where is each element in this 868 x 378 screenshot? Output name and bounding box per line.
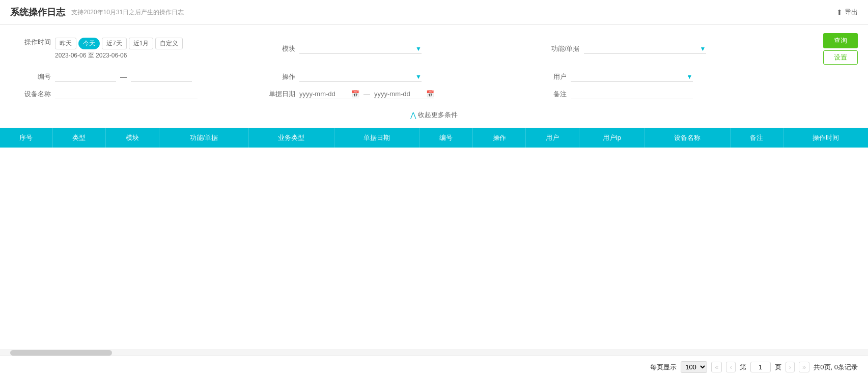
action-buttons: 查询 设置: [823, 33, 858, 65]
export-button[interactable]: ⬆ 导出: [836, 8, 858, 17]
date-from-wrapper: 📅: [299, 89, 359, 99]
user-input[interactable]: [571, 73, 685, 80]
page-subtitle: 支持2020年10月31日之后产生的操作日志: [71, 8, 184, 17]
operation-input[interactable]: [299, 73, 413, 80]
col-function: 功能/单据: [159, 128, 248, 148]
operation-chevron-icon: ▼: [415, 73, 422, 80]
collapse-chevron-icon: ⋀: [410, 111, 416, 119]
page-title: 系统操作日志: [10, 6, 65, 18]
query-button[interactable]: 查询: [823, 33, 858, 48]
time-btn-7days[interactable]: 近7天: [102, 38, 127, 49]
function-select[interactable]: ▼: [584, 44, 706, 54]
scrollbar-thumb[interactable]: [10, 350, 112, 356]
calendar-from-icon[interactable]: 📅: [351, 90, 359, 98]
col-device: 设备名称: [645, 128, 730, 148]
total-info: 共0页, 0条记录: [814, 363, 858, 372]
code-label: 编号: [10, 72, 51, 81]
filter-area: 操作时间 昨天 今天 近7天 近1月 自定义 2023-06-06 至 2023…: [0, 25, 868, 128]
col-user: 用户: [526, 128, 579, 148]
time-range-text: 2023-06-06 至 2023-06-06: [55, 51, 183, 60]
operation-label: 操作: [255, 72, 295, 81]
col-index: 序号: [0, 128, 52, 148]
code-to-input[interactable]: [131, 72, 192, 82]
device-input[interactable]: [55, 89, 198, 99]
prev-page-button[interactable]: ‹: [726, 362, 735, 372]
function-label: 功能/单据: [539, 44, 580, 53]
col-operation-time: 操作时间: [783, 128, 868, 148]
col-voucher-date: 单据日期: [334, 128, 419, 148]
pagination-bar: 每页显示 100 50 200 « ‹ 第 页 › » 共0页, 0条记录: [0, 356, 868, 378]
date-to-input[interactable]: [374, 89, 425, 99]
time-btn-1month[interactable]: 近1月: [129, 38, 154, 49]
page-number-input[interactable]: [750, 362, 771, 372]
collapse-button[interactable]: ⋀ 收起更多条件: [410, 110, 458, 120]
module-select[interactable]: ▼: [299, 44, 422, 54]
operation-select[interactable]: ▼: [299, 72, 422, 82]
page-size-select[interactable]: 100 50 200: [681, 361, 707, 373]
time-btn-yesterday[interactable]: 昨天: [55, 38, 76, 49]
first-page-button[interactable]: «: [711, 362, 722, 372]
col-operation: 操作: [472, 128, 525, 148]
page-size-label: 每页显示: [650, 363, 677, 372]
next-page-button[interactable]: ›: [786, 362, 795, 372]
export-icon: ⬆: [836, 8, 843, 16]
page-prefix: 第: [740, 363, 746, 372]
settings-button[interactable]: 设置: [823, 50, 858, 65]
device-label: 设备名称: [10, 90, 51, 99]
user-label: 用户: [526, 72, 567, 81]
time-btn-custom[interactable]: 自定义: [155, 38, 183, 49]
col-code: 编号: [419, 128, 472, 148]
col-user-ip: 用户ip: [579, 128, 645, 148]
code-from-input[interactable]: [55, 72, 116, 82]
table-header-row: 序号 类型 模块 功能/单据 业务类型 单据日期 编号 操作 用户 用户ip 设…: [0, 128, 868, 148]
col-business-type: 业务类型: [249, 128, 334, 148]
voucher-date-label: 单据日期: [255, 90, 295, 99]
data-table: 序号 类型 模块 功能/单据 业务类型 单据日期 编号 操作 用户 用户ip 设…: [0, 128, 868, 148]
last-page-button[interactable]: »: [799, 362, 809, 372]
col-remark: 备注: [730, 128, 783, 148]
empty-state: [0, 148, 868, 326]
remark-input[interactable]: [571, 89, 693, 99]
collapse-label: 收起更多条件: [418, 110, 458, 120]
calendar-to-icon[interactable]: 📅: [426, 90, 434, 98]
collapse-row: ⋀ 收起更多条件: [10, 106, 858, 124]
export-label: 导出: [845, 8, 858, 17]
operation-time-label: 操作时间: [10, 38, 51, 47]
col-type: 类型: [52, 128, 105, 148]
col-module: 模块: [106, 128, 159, 148]
module-input[interactable]: [299, 45, 413, 52]
date-to-wrapper: 📅: [374, 89, 434, 99]
scrollbar-area[interactable]: [0, 350, 868, 356]
user-select[interactable]: ▼: [571, 72, 693, 82]
remark-label: 备注: [526, 90, 567, 99]
code-dash: —: [120, 73, 127, 81]
page-suffix: 页: [775, 363, 781, 372]
date-dash: —: [363, 91, 370, 98]
function-chevron-icon: ▼: [700, 45, 706, 52]
table-container: 序号 类型 模块 功能/单据 业务类型 单据日期 编号 操作 用户 用户ip 设…: [0, 128, 868, 350]
user-chevron-icon: ▼: [687, 73, 693, 80]
date-from-input[interactable]: [299, 89, 350, 99]
module-label: 模块: [255, 44, 295, 53]
function-input[interactable]: [584, 45, 698, 52]
module-chevron-icon: ▼: [415, 45, 422, 52]
time-filter-group: 昨天 今天 近7天 近1月 自定义: [55, 38, 183, 49]
time-btn-today[interactable]: 今天: [78, 38, 100, 49]
